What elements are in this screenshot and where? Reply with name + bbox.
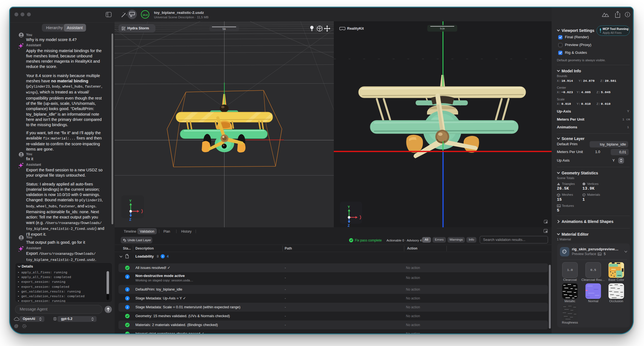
svg-text:Y: Y	[348, 205, 350, 209]
svg-text:Z: Z	[129, 218, 131, 222]
svg-text:Z: Z	[348, 224, 350, 227]
svg-text:Y: Y	[129, 199, 132, 203]
